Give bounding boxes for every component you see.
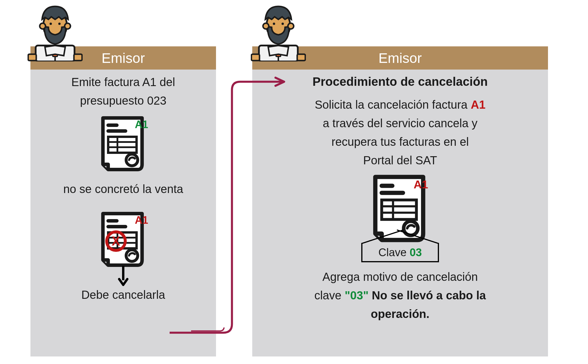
left-line3: no se concretó la venta bbox=[42, 182, 204, 196]
svg-rect-12 bbox=[251, 54, 259, 61]
right-heading: Procedimiento de cancelación bbox=[264, 75, 536, 89]
clave-num: 03 bbox=[410, 246, 422, 259]
svg-point-6 bbox=[40, 23, 46, 29]
svg-rect-2 bbox=[28, 54, 36, 61]
right-line6b: "03" bbox=[345, 289, 369, 302]
svg-rect-13 bbox=[297, 54, 305, 61]
right-line2: a través del servicio cancela y bbox=[264, 116, 536, 130]
right-line1b: A1 bbox=[471, 98, 485, 111]
right-line1: Solicita la cancelación factura A1 bbox=[264, 97, 536, 112]
svg-text:X: X bbox=[112, 234, 120, 248]
svg-point-7 bbox=[65, 23, 70, 29]
person-emisor-icon bbox=[28, 3, 83, 61]
svg-point-18 bbox=[273, 23, 275, 25]
person-emisor-icon bbox=[251, 3, 306, 61]
right-line6a: clave bbox=[314, 289, 345, 302]
right-line5: Agrega motivo de cancelación bbox=[264, 270, 536, 284]
arrow-down-icon bbox=[42, 266, 204, 286]
right-line3: recupera tus facturas en el bbox=[264, 134, 536, 149]
left-line2: presupuesto 023 bbox=[42, 93, 204, 108]
panel-title-right: Emisor bbox=[378, 50, 422, 66]
svg-text:A1: A1 bbox=[135, 214, 148, 226]
clave-label-text: Clave bbox=[378, 246, 410, 259]
invoice-label: A1 bbox=[135, 119, 148, 130]
right-line4: Portal del SAT bbox=[264, 153, 536, 168]
panel-title-left: Emisor bbox=[101, 50, 145, 66]
invoice-cancel-icon: A1 X bbox=[97, 211, 149, 269]
right-line7: operación. bbox=[264, 307, 536, 321]
svg-point-16 bbox=[263, 23, 269, 29]
svg-point-8 bbox=[50, 23, 52, 25]
left-line1: Emite factura A1 del bbox=[42, 75, 204, 89]
panel-emisor-right: Emisor Procedimiento de cancelación Soli… bbox=[252, 46, 548, 356]
invoice-icon: A1 bbox=[97, 115, 149, 173]
right-line1a: Solicita la cancelación factura bbox=[315, 98, 471, 111]
svg-point-17 bbox=[288, 23, 294, 29]
clave-label-box: Clave 03 bbox=[264, 243, 536, 262]
svg-text:A1: A1 bbox=[413, 178, 428, 191]
svg-point-9 bbox=[58, 23, 61, 25]
left-line4: Debe cancelarla bbox=[42, 287, 204, 302]
right-line6c: No se llevó a cabo la bbox=[369, 289, 486, 302]
right-line6: clave "03" No se llevó a cabo la bbox=[264, 288, 536, 303]
svg-point-19 bbox=[282, 23, 284, 25]
invoice-icon: A1 bbox=[368, 173, 432, 244]
svg-rect-3 bbox=[74, 54, 82, 61]
panel-emisor-left: Emisor Emite factura A1 del presupuesto … bbox=[30, 46, 216, 356]
